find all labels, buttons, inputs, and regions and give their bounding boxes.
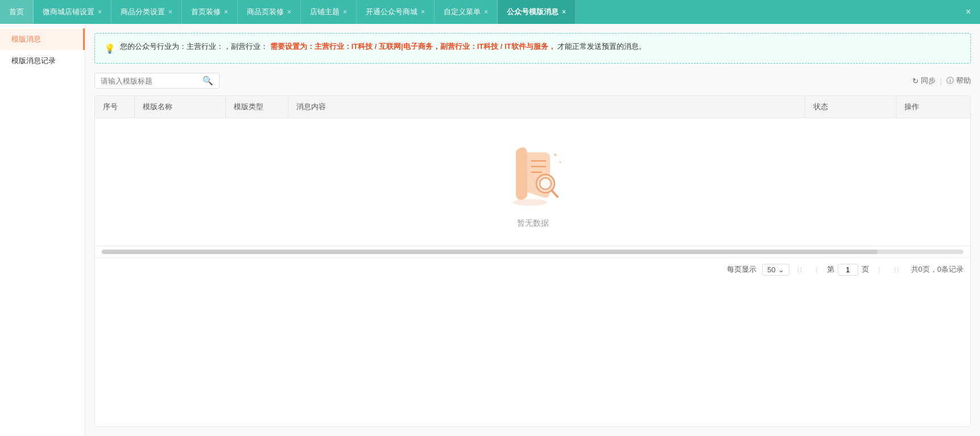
tab-wechat-shop[interactable]: 微商城店铺设置 × bbox=[34, 0, 111, 24]
sidebar-item-template-msg-log-label: 模版消息记录 bbox=[11, 56, 56, 65]
tab-custom-menu-close[interactable]: × bbox=[484, 8, 488, 16]
svg-text:✦: ✦ bbox=[559, 160, 562, 164]
svg-point-5 bbox=[540, 178, 551, 189]
tab-template-msg[interactable]: 公众号模版消息 × bbox=[498, 0, 576, 24]
sidebar-item-template-msg-log[interactable]: 模版消息记录 bbox=[0, 50, 85, 72]
col-content: 消息内容 bbox=[288, 96, 805, 118]
tab-shop-theme[interactable]: 店铺主题 × bbox=[301, 0, 357, 24]
scroll-bar-row bbox=[95, 246, 970, 258]
col-name: 模版名称 bbox=[135, 96, 226, 118]
tab-custom-menu-label: 自定义菜单 bbox=[444, 7, 481, 17]
table-header: 序号 模版名称 模版类型 消息内容 状态 操作 bbox=[95, 96, 970, 118]
tab-product-decor-close[interactable]: × bbox=[287, 8, 291, 16]
empty-text: 暂无数据 bbox=[517, 218, 549, 229]
tab-wechat-shop-close[interactable]: × bbox=[98, 8, 102, 16]
notice-highlight: 需要设置为：主营行业：IT科技 / 互联网|电子商务，副营行业：IT科技 / I… bbox=[270, 42, 556, 51]
sync-label: 同步 bbox=[921, 76, 936, 86]
tab-category[interactable]: 商品分类设置 × bbox=[111, 0, 182, 24]
tab-product-decor-label: 商品页装修 bbox=[247, 7, 284, 17]
next-page-button[interactable]: ⟩ bbox=[873, 263, 886, 276]
tab-shop-theme-close[interactable]: × bbox=[343, 8, 347, 16]
col-status: 状态 bbox=[805, 96, 896, 118]
svg-point-0 bbox=[513, 199, 547, 206]
pagination: 每页显示 50 ⌄ ⟨⟨ ⟨ 第 页 ⟩ ⟩⟩ 共0页，0条记录 bbox=[95, 258, 970, 281]
tab-homepage-decor-label: 首页装修 bbox=[191, 7, 221, 17]
prev-page-button[interactable]: ⟨ bbox=[810, 263, 824, 276]
toolbar-right: ↻ 同步 | ⓘ 帮助 bbox=[912, 76, 971, 86]
last-page-button[interactable]: ⟩⟩ bbox=[890, 263, 903, 276]
toolbar-divider: | bbox=[940, 77, 942, 85]
help-button[interactable]: ⓘ 帮助 bbox=[946, 76, 971, 86]
col-type: 模版类型 bbox=[226, 96, 288, 118]
top-tab-bar: 首页 微商城店铺设置 × 商品分类设置 × 首页装修 × 商品页装修 × 店铺主… bbox=[0, 0, 980, 24]
close-all-button[interactable]: × bbox=[957, 7, 980, 17]
tab-open-mall[interactable]: 开通公众号商城 × bbox=[357, 0, 435, 24]
tab-product-decor[interactable]: 商品页装修 × bbox=[238, 0, 301, 24]
tab-template-msg-label: 公众号模版消息 bbox=[507, 7, 559, 17]
per-page-label: 每页显示 bbox=[727, 264, 756, 275]
tab-homepage-decor[interactable]: 首页装修 × bbox=[182, 0, 238, 24]
content-area: 💡 您的公众号行业为：主营行业：，副营行业： 需要设置为：主营行业：IT科技 /… bbox=[85, 24, 980, 436]
tab-homepage-decor-close[interactable]: × bbox=[224, 8, 228, 16]
data-table: 序号 模版名称 模版类型 消息内容 状态 操作 bbox=[94, 95, 971, 427]
fake-scrollbar[interactable] bbox=[102, 250, 964, 254]
chevron-down-icon: ⌄ bbox=[778, 265, 784, 274]
svg-line-6 bbox=[552, 190, 557, 197]
per-page-select[interactable]: 50 ⌄ bbox=[762, 264, 789, 276]
col-index: 序号 bbox=[95, 96, 135, 118]
sync-button[interactable]: ↻ 同步 bbox=[912, 76, 936, 86]
search-box[interactable]: 🔍 bbox=[94, 73, 220, 89]
search-input[interactable] bbox=[101, 77, 202, 85]
close-all-icon: × bbox=[966, 7, 971, 16]
tab-open-mall-close[interactable]: × bbox=[421, 8, 425, 16]
tab-home-label: 首页 bbox=[9, 7, 24, 17]
tab-custom-menu[interactable]: 自定义菜单 × bbox=[435, 0, 498, 24]
sidebar-item-template-msg-label: 模版消息 bbox=[11, 35, 41, 43]
page-input[interactable] bbox=[838, 264, 858, 276]
tab-open-mall-label: 开通公众号商城 bbox=[366, 7, 417, 17]
tab-template-msg-close[interactable]: × bbox=[562, 8, 566, 16]
notice-icon: 💡 bbox=[104, 41, 115, 56]
empty-state: ✦ ✦ 暂无数据 bbox=[95, 118, 970, 246]
svg-text:✦: ✦ bbox=[553, 152, 557, 158]
tab-category-close[interactable]: × bbox=[168, 8, 172, 16]
sync-icon: ↻ bbox=[912, 77, 919, 85]
tab-wechat-shop-label: 微商城店铺设置 bbox=[43, 7, 94, 17]
search-button[interactable]: 🔍 bbox=[202, 76, 213, 86]
sidebar: 模版消息 模版消息记录 bbox=[0, 24, 85, 436]
page-label-post: 页 bbox=[862, 264, 869, 275]
total-info: 共0页，0条记录 bbox=[911, 264, 964, 275]
page-label-pre: 第 bbox=[827, 264, 834, 275]
scrollbar-thumb bbox=[102, 250, 878, 254]
notice-text: 您的公众号行业为：主营行业：，副营行业： 需要设置为：主营行业：IT科技 / 互… bbox=[120, 40, 646, 53]
sidebar-item-template-msg[interactable]: 模版消息 bbox=[0, 28, 85, 50]
help-icon: ⓘ bbox=[946, 76, 954, 86]
toolbar: 🔍 ↻ 同步 | ⓘ 帮助 bbox=[94, 73, 971, 89]
tab-category-label: 商品分类设置 bbox=[121, 7, 165, 17]
per-page-value: 50 bbox=[767, 265, 775, 274]
tab-shop-theme-label: 店铺主题 bbox=[310, 7, 340, 17]
empty-illustration: ✦ ✦ bbox=[499, 141, 567, 209]
col-action: 操作 bbox=[896, 96, 970, 118]
main-layout: 模版消息 模版消息记录 💡 您的公众号行业为：主营行业：，副营行业： 需要设置为… bbox=[0, 24, 980, 436]
tab-home[interactable]: 首页 bbox=[0, 0, 34, 24]
first-page-button[interactable]: ⟨⟨ bbox=[793, 263, 807, 276]
notice-box: 💡 您的公众号行业为：主营行业：，副营行业： 需要设置为：主营行业：IT科技 /… bbox=[94, 33, 971, 64]
help-label: 帮助 bbox=[956, 76, 971, 86]
